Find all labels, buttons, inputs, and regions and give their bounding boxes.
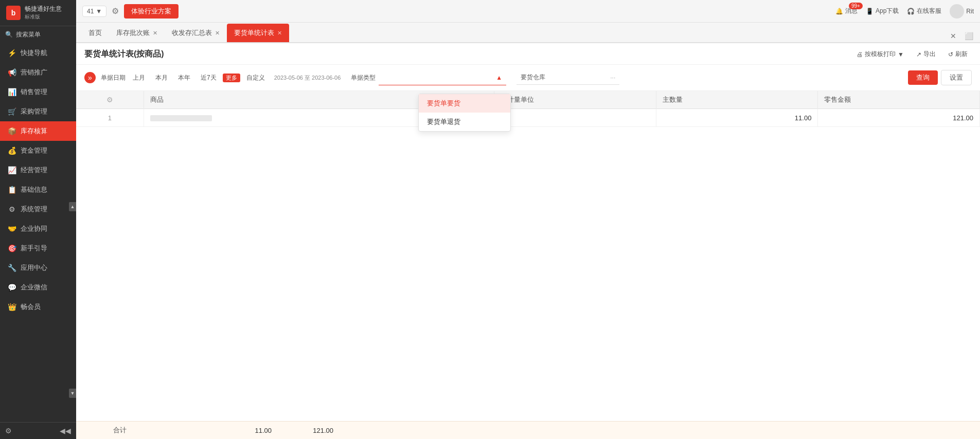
- date-range-display: 2023-05-06 至 2023-06-06: [274, 74, 341, 82]
- header-settings-icon[interactable]: ⚙: [112, 6, 119, 16]
- last-7-days-btn[interactable]: 近7天: [197, 72, 221, 83]
- tab-close-btn[interactable]: ✕: [215, 30, 220, 36]
- search-icon: 🔍: [5, 31, 13, 38]
- sidebar-item-basic[interactable]: 📋 基础信息: [0, 180, 76, 199]
- export-btn[interactable]: ↗ 导出: [912, 48, 940, 60]
- collapse-sidebar-btn[interactable]: ◀◀: [60, 427, 71, 435]
- tab-close-btn[interactable]: ✕: [277, 30, 282, 36]
- sidebar-item-system[interactable]: ⚙ 系统管理: [0, 199, 76, 219]
- tab-inventory-batch[interactable]: 库存批次账 ✕: [109, 24, 165, 42]
- expand-filter-btn[interactable]: »: [84, 72, 96, 83]
- tab-order-stats[interactable]: 要货单统计表 ✕: [227, 24, 289, 42]
- type-select[interactable]: ▲: [379, 70, 506, 85]
- tab-label: 收发存汇总表: [172, 28, 212, 38]
- tab-home[interactable]: 首页: [81, 24, 109, 42]
- type-filter-label: 单据类型: [351, 74, 376, 82]
- app-download-btn[interactable]: 📱 App下载: [866, 7, 899, 15]
- sidebar-item-sales[interactable]: 📊 销售管理: [0, 82, 76, 102]
- company-selector[interactable]: 41 ▼: [82, 6, 106, 17]
- maximize-btn[interactable]: ⬜: [963, 30, 975, 42]
- more-dates-btn[interactable]: 更多: [223, 74, 240, 82]
- tab-close-btn[interactable]: ✕: [153, 30, 157, 36]
- user-profile-btn[interactable]: Rit: [950, 4, 974, 19]
- sidebar-item-apps[interactable]: 🔧 应用中心: [0, 258, 76, 278]
- sidebar-item-vip[interactable]: 👑 畅会员: [0, 297, 76, 317]
- query-button[interactable]: 查询: [908, 70, 938, 85]
- row-unit: 块: [494, 109, 656, 127]
- print-label: 按模板打印: [865, 50, 896, 59]
- sidebar-scroll-down[interactable]: ▼: [69, 389, 76, 398]
- col-amount-label: 零售金额: [824, 96, 851, 103]
- this-month-btn[interactable]: 本月: [151, 72, 172, 83]
- settings-bottom-icon[interactable]: ⚙: [5, 427, 12, 435]
- sidebar-item-wechat[interactable]: 💬 企业微信: [0, 278, 76, 297]
- print-btn[interactable]: 🖨 按模板打印 ▼: [852, 48, 908, 60]
- row-no: 1: [76, 109, 144, 127]
- sidebar-item-quick-nav[interactable]: ⚡ 快捷导航: [0, 43, 76, 63]
- type-select-arrow[interactable]: ▲: [496, 74, 502, 81]
- tab-controls: ✕ ⬜: [947, 30, 975, 42]
- this-year-btn[interactable]: 本年: [174, 72, 194, 83]
- tab-label: 库存批次账: [116, 28, 150, 38]
- dropdown-item-order-goods[interactable]: 要货单要货: [419, 94, 510, 113]
- sidebar-item-label: 系统管理: [21, 205, 47, 214]
- sidebar-item-finance[interactable]: 💰 资金管理: [0, 141, 76, 160]
- set-button[interactable]: 设置: [941, 70, 972, 85]
- search-menu[interactable]: 🔍 搜索菜单: [0, 26, 76, 43]
- col-product-label: 商品: [150, 96, 164, 103]
- sidebar-item-inventory[interactable]: 📦 库存核算: [0, 121, 76, 141]
- tab-receive-summary[interactable]: 收发存汇总表 ✕: [165, 24, 227, 42]
- main-area: 41 ▼ ⚙ 体验行业方案 🔔 消息 99+ 📱 App下载 🎧 在线客服 Ri…: [76, 0, 980, 439]
- col-unit: 主计量单位: [494, 91, 656, 109]
- custom-date-btn[interactable]: 自定义: [242, 72, 269, 83]
- dropdown-item-order-return[interactable]: 要货单退货: [419, 113, 510, 131]
- vip-icon: 👑: [7, 302, 16, 312]
- product-placeholder: [150, 115, 212, 121]
- apps-icon: 🔧: [7, 263, 16, 272]
- sidebar-item-label: 企业协同: [21, 224, 47, 233]
- last-month-btn[interactable]: 上月: [129, 72, 149, 83]
- type-dropdown: 要货单要货 要货单退货: [418, 94, 511, 132]
- data-table: ⚙ 商品 主计量单位 主数量 零售金额: [76, 91, 980, 127]
- bell-icon: 🔔: [835, 8, 843, 15]
- filter-actions: 查询 设置: [908, 70, 972, 85]
- sidebar-item-enterprise[interactable]: 🤝 企业协同: [0, 219, 76, 239]
- date-quick-btns: 上月 本月 本年 近7天 更多 自定义: [129, 72, 269, 83]
- operations-icon: 📈: [7, 166, 16, 175]
- col-settings-icon[interactable]: ⚙: [106, 96, 113, 104]
- sidebar-scroll-up[interactable]: ▲: [69, 202, 76, 211]
- sales-icon: 📊: [7, 87, 16, 97]
- table-area: ⚙ 商品 主计量单位 主数量 零售金额: [76, 91, 980, 421]
- app-sub: 标准版: [25, 13, 62, 21]
- refresh-btn[interactable]: ↺ 刷新: [944, 48, 972, 60]
- messages-btn[interactable]: 🔔 消息 99+: [835, 7, 858, 15]
- col-quantity: 主数量: [656, 91, 818, 109]
- sidebar-item-label: 企业微信: [21, 283, 47, 292]
- warehouse-filter[interactable]: 要货仓库 ···: [516, 70, 619, 85]
- tab-home-label: 首页: [88, 28, 102, 38]
- col-settings: ⚙: [76, 91, 144, 109]
- warehouse-label: 要货仓库: [521, 73, 545, 82]
- refresh-icon: ↺: [948, 51, 953, 58]
- sidebar-item-purchase[interactable]: 🛒 采购管理: [0, 102, 76, 121]
- top-header: 41 ▼ ⚙ 体验行业方案 🔔 消息 99+ 📱 App下载 🎧 在线客服 Ri…: [76, 0, 980, 23]
- logo-icon: b: [6, 6, 21, 20]
- marketing-icon: 📢: [7, 68, 16, 77]
- page-actions: 🖨 按模板打印 ▼ ↗ 导出 ↺ 刷新: [852, 48, 972, 60]
- messages-badge: 99+: [849, 3, 863, 9]
- wechat-icon: 💬: [7, 283, 16, 292]
- col-amount: 零售金额: [818, 91, 980, 109]
- online-service-btn[interactable]: 🎧 在线客服: [907, 7, 941, 15]
- trial-button[interactable]: 体验行业方案: [124, 4, 179, 19]
- warehouse-more-icon[interactable]: ···: [610, 74, 615, 81]
- download-icon: 📱: [866, 8, 874, 15]
- close-all-tabs-btn[interactable]: ✕: [947, 30, 959, 42]
- export-icon: ↗: [916, 51, 921, 58]
- sidebar-item-label: 经营管理: [21, 166, 47, 175]
- search-label: 搜索菜单: [16, 30, 41, 39]
- sidebar-item-newbie[interactable]: 🎯 新手引导: [0, 239, 76, 258]
- sidebar-item-marketing[interactable]: 📢 营销推广: [0, 63, 76, 82]
- sidebar-item-label: 基础信息: [21, 185, 47, 194]
- type-select-input[interactable]: [383, 74, 496, 81]
- sidebar-item-operations[interactable]: 📈 经营管理: [0, 160, 76, 180]
